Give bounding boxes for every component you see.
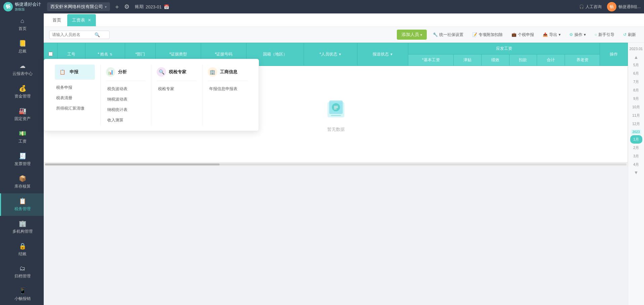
dropdown-grid: 📋 申报 税务申报 税表清册 所得税汇算清缴 📊 分析 税负波动表 纳税波动表 … (49, 65, 253, 125)
sidebar: ⌂ 首页 📒 总账 ☁ 云报表中心 💰 资金管理 🏭 固定资产 💵 工资 🧾 发… (0, 13, 44, 305)
close-icon[interactable]: ✕ (88, 18, 91, 23)
company-name: 西安虾米网络科技有限公司 (50, 4, 103, 10)
th-person-status: *人员状态 ▼ (304, 43, 357, 66)
add-person-label: 添加人员 (402, 32, 419, 38)
sidebar-item-salary[interactable]: 💵 工资 (0, 126, 44, 148)
lock-icon: 🔒 (19, 242, 26, 250)
salary-icon: 💵 (19, 130, 26, 137)
sidebar-item-fund[interactable]: 💰 资金管理 (0, 81, 44, 103)
right-timeline: 2023.01 ▲ 5月 6月 7月 8月 9月 10月 11月 12月 202… (628, 43, 644, 305)
export-btn[interactable]: 📤 导出 ▾ (540, 31, 563, 39)
period-value: 2023-01 (146, 4, 162, 9)
section-title-analysis: 分析 (118, 69, 127, 75)
add-icon[interactable]: ＋ (114, 3, 120, 11)
empty-text: 暂无数据 (327, 126, 345, 132)
sidebar-item-archive[interactable]: 🗂 归档管理 (0, 261, 44, 283)
sidebar-item-xiaochang[interactable]: 📱 小畅报销 (0, 283, 44, 305)
timeline-month-3[interactable]: 3月 (628, 152, 644, 160)
timeline-month-4[interactable]: 4月 (628, 160, 644, 169)
horizontal-scrollbar[interactable] (44, 162, 628, 166)
th-performance: 绩效 (482, 54, 509, 66)
user-info[interactable]: 畅 畅捷通B组... (607, 2, 641, 11)
box-icon: 📦 (19, 175, 26, 182)
avatar: 畅 (607, 2, 616, 11)
app-name: 畅捷通好会计 (15, 2, 41, 7)
section-title-tax-expert: 税检专家 (169, 69, 186, 75)
sort-icon[interactable]: ⇅ (110, 52, 112, 56)
person-status-filter-icon[interactable]: ▼ (338, 52, 342, 56)
report-status-filter-icon[interactable]: ▼ (390, 52, 393, 56)
search-icon: 🔍 (94, 32, 100, 37)
menu-item-income-tax[interactable]: 所得税汇算清缴 (55, 103, 95, 114)
tab-bar: 首页 工资表 ✕ (44, 13, 644, 27)
sidebar-label-multi-org: 多机构管理 (12, 229, 33, 234)
sidebar-item-multi-org[interactable]: 🏢 多机构管理 (0, 216, 44, 238)
menu-item-tax-stats[interactable]: 纳税统计表 (106, 105, 146, 115)
menu-item-tax-form[interactable]: 税表清册 (55, 93, 95, 103)
sidebar-item-ledger[interactable]: 📒 总账 (0, 36, 44, 58)
timeline-month-2[interactable]: 2月 (628, 144, 644, 152)
timeline-month-8[interactable]: 8月 (628, 86, 644, 94)
sidebar-item-fixed-assets[interactable]: 🏭 固定资产 (0, 103, 44, 126)
new-guide-btn[interactable]: ○ 新手引导 (592, 31, 617, 39)
timeline-month-12[interactable]: 12月 (628, 120, 644, 128)
special-deduction-label: 专项附加扣除 (479, 32, 503, 38)
timeline-month-10[interactable]: 10月 (628, 103, 644, 111)
sidebar-item-tax[interactable]: 📋 税务管理 (0, 193, 44, 216)
timeline-month-7[interactable]: 7月 (628, 78, 644, 86)
sidebar-item-invoice[interactable]: 🧾 发票管理 (0, 148, 44, 171)
sidebar-label-xiaochang: 小畅报销 (14, 296, 31, 302)
timeline-header: 2023.01 (630, 45, 643, 52)
menu-item-tax-declaration[interactable]: 税务申报 (55, 82, 95, 93)
timeline-down-icon[interactable]: ▼ (633, 169, 640, 176)
export-arrow-icon: ▾ (559, 32, 561, 37)
individual-tax-btn[interactable]: 💼 个税申报 (509, 31, 537, 39)
calendar-icon[interactable]: 📅 (164, 4, 169, 9)
sidebar-label-cloud-report: 云报表中心 (12, 71, 33, 77)
sidebar-item-cloud-report[interactable]: ☁ 云报表中心 (0, 58, 44, 81)
select-all-checkbox[interactable] (48, 52, 53, 56)
customer-service-btn[interactable]: 🎧 人工咨询 (579, 4, 602, 10)
tax-expert-icon: 🔍 (157, 67, 166, 77)
settings-icon[interactable]: ⚙ (124, 3, 129, 10)
menu-item-income-estimate[interactable]: 收入测算 (106, 115, 146, 125)
search-input[interactable] (52, 32, 92, 37)
top-bar-actions: ＋ ⚙ (114, 3, 129, 11)
top-bar-right: 🎧 人工咨询 畅 畅捷通B组... (579, 2, 641, 11)
sidebar-label-archive: 归档管理 (14, 273, 31, 279)
sidebar-item-closing[interactable]: 🔒 结账 (0, 238, 44, 261)
section-header-analysis: 📊 分析 (106, 65, 146, 81)
social-security-label: 统一社保设置 (439, 32, 463, 38)
timeline-month-1[interactable]: 1月 (630, 135, 642, 144)
tab-home[interactable]: 首页 (48, 14, 66, 26)
add-person-button[interactable]: 添加人员 ▾ (397, 30, 427, 40)
archive-icon: 🗂 (20, 265, 26, 272)
tab-salary[interactable]: 工资表 ✕ (67, 14, 96, 26)
timeline-month-9[interactable]: 9月 (628, 94, 644, 103)
menu-item-tax-fluctuation[interactable]: 纳税波动表 (106, 94, 146, 105)
sidebar-item-inventory[interactable]: 📦 库存核算 (0, 171, 44, 193)
menu-item-tax-expert[interactable]: 税检专家 (157, 84, 197, 94)
social-security-btn[interactable]: 🔧 统一社保设置 (430, 31, 466, 39)
operation-arrow-icon: ▾ (584, 32, 586, 37)
sidebar-item-home[interactable]: ⌂ 首页 (0, 13, 44, 36)
logo-icon: 畅 (3, 2, 13, 11)
sidebar-label-ledger: 总账 (18, 48, 27, 54)
dropdown-arrow-icon: ▾ (420, 33, 422, 37)
operation-btn[interactable]: ⚙ 操作 ▾ (567, 31, 589, 39)
timeline-month-5[interactable]: 5月 (628, 61, 644, 69)
timeline-up-icon[interactable]: ▲ (633, 53, 640, 61)
special-deduction-btn[interactable]: 📝 专项附加扣除 (469, 31, 505, 39)
cloud-icon: ☁ (20, 62, 26, 70)
business-icon: 🏢 (208, 67, 217, 77)
menu-item-tax-burden[interactable]: 税负波动表 (106, 84, 146, 94)
factory-icon: 🏭 (19, 107, 26, 115)
svg-rect-3 (334, 106, 338, 107)
invoice-icon: 🧾 (19, 152, 26, 160)
refresh-btn[interactable]: ↺ 刷新 (620, 31, 639, 39)
scroll-thumb[interactable] (45, 163, 220, 165)
timeline-month-11[interactable]: 11月 (628, 111, 644, 120)
company-selector[interactable]: 西安虾米网络科技有限公司 ▾ (47, 2, 110, 11)
timeline-month-6[interactable]: 6月 (628, 69, 644, 78)
menu-item-annual-report[interactable]: 年报信息申报表 (208, 84, 248, 94)
